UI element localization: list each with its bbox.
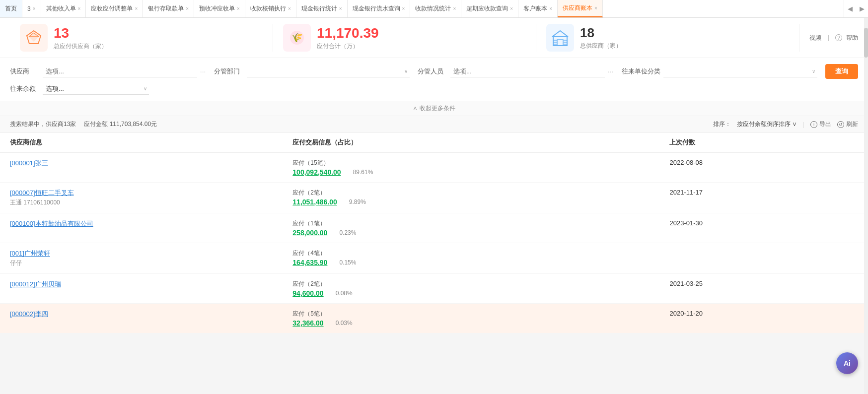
filter-balance: 往来余额 选项... ∨ <box>10 83 149 95</box>
nav-tab-bank[interactable]: 银行存取款单 × <box>143 0 194 17</box>
filter-supplier: 供应商 ··· <box>10 66 206 77</box>
filter-person-input[interactable] <box>450 66 605 77</box>
nav-tab-receipt-stat-close[interactable]: × <box>453 6 456 11</box>
nav-tab-prepay-close[interactable]: × <box>237 6 240 11</box>
row-5-amount[interactable]: 32,366.00 <box>292 319 323 327</box>
video-link[interactable]: 视频 <box>809 34 821 42</box>
stat-icon-store <box>546 24 574 52</box>
nav-tab-cash-flow-label: 现金银行流水查询 <box>353 4 400 13</box>
nav-tab-home[interactable]: 首页 <box>0 0 22 17</box>
nav-tab-3-close[interactable]: × <box>33 6 36 11</box>
nav-tab-receipt-stat[interactable]: 收款情况统计 × <box>410 0 461 17</box>
row-1-supplier: [000007]恒旺二手叉车 王通 17106110000 <box>10 189 292 207</box>
top-right-links: 视频 ｜ ? 帮助 <box>799 34 858 42</box>
nav-tab-home-label: 首页 <box>5 4 17 13</box>
filter-dept-label: 分管部门 <box>214 67 244 76</box>
row-3-trans-label: 应付（4笔） <box>292 249 669 258</box>
nav-tab-cash-flow[interactable]: 现金银行流水查询 × <box>348 0 411 17</box>
nav-tab-supplier-ledger[interactable]: 供应商账本 × <box>558 0 603 17</box>
row-3-supplier-link[interactable]: [001]广州荣轩 <box>10 249 292 258</box>
collapse-bar[interactable]: ∧ 收起更多条件 <box>0 101 868 116</box>
nav-tab-cash-stat-close[interactable]: × <box>339 6 342 11</box>
nav-tab-verify[interactable]: 收款核销执行 × <box>245 0 296 17</box>
filter-category-select[interactable] <box>663 66 818 77</box>
filter-category-label: 往来单位分类 <box>622 67 660 76</box>
summary-left: 搜索结果中，供应商13家 应付金额 111,703,854.00元 <box>10 120 157 129</box>
table-row: [000100]本特勤油品有限公司 应付（1笔） 258,000.00 0.23… <box>0 213 868 243</box>
nav-tab-customer-ledger-close[interactable]: × <box>549 6 552 11</box>
filter-category-dropdown[interactable]: ∨ <box>663 66 818 77</box>
nav-tab-adjustment-close[interactable]: × <box>135 6 138 11</box>
nav-tab-other-income-close[interactable]: × <box>78 6 81 11</box>
filter-balance-dropdown[interactable]: 选项... ∨ <box>43 83 149 95</box>
nav-tab-cash-flow-close[interactable]: × <box>402 6 405 11</box>
scrollbar-thumb[interactable] <box>864 28 868 58</box>
row-4-supplier-link[interactable]: [000012]广州贝瑞 <box>10 280 292 289</box>
sort-label: 排序： <box>713 120 731 129</box>
row-5-trans-label: 应付（5笔） <box>292 310 669 318</box>
table-row: [000001]张三 应付（15笔） 100,092,540.00 89.61%… <box>0 153 868 183</box>
stat-total-suppliers-number: 18 <box>580 25 622 41</box>
row-0-amount[interactable]: 100,092,540.00 <box>292 168 341 176</box>
link-separator: ｜ <box>825 34 831 42</box>
nav-arrow-left[interactable]: ◀ <box>844 0 856 18</box>
filter-category: 往来单位分类 ∨ <box>622 66 818 77</box>
nav-tab-3[interactable]: 3 × <box>22 0 41 17</box>
nav-tab-adjustment[interactable]: 应收应付调整单 × <box>86 0 143 17</box>
nav-tab-customer-ledger[interactable]: 客户账本 × <box>518 0 558 17</box>
sort-chevron-icon: ∨ <box>792 121 797 128</box>
table-row: [000012]广州贝瑞 应付（2笔） 94,600.00 0.08% 2021… <box>0 274 868 304</box>
filter-row-1: 供应商 ··· 分管部门 ∨ 分管人员 ··· 往来单位分类 <box>10 64 858 79</box>
header-transaction: 应付交易信息（占比） <box>292 138 669 147</box>
row-5-supplier-link[interactable]: [000002]李四 <box>10 310 292 319</box>
filter-supplier-input[interactable] <box>43 66 197 77</box>
help-icon-circle: ? <box>835 34 842 41</box>
nav-tab-cash-stat-label: 现金银行统计 <box>301 4 337 13</box>
nav-tab-prepay[interactable]: 预收冲应收单 × <box>194 0 245 17</box>
sort-value[interactable]: 按应付余额倒序排序 ∨ <box>737 120 797 129</box>
row-0-lastpay: 2022-08-08 <box>669 159 858 166</box>
row-3-amount[interactable]: 164,635.90 <box>292 259 327 266</box>
query-button[interactable]: 查询 <box>825 64 858 79</box>
refresh-button[interactable]: ↺ 刷新 <box>837 120 858 129</box>
row-3-supplier-sub: 仔仔 <box>10 259 292 267</box>
row-4-amount[interactable]: 94,600.00 <box>292 289 323 297</box>
separator-1: | <box>803 121 804 128</box>
row-1-amount[interactable]: 11,051,486.00 <box>292 198 337 206</box>
row-5-trans-row: 32,366.00 0.03% <box>292 319 669 327</box>
row-0-supplier-link[interactable]: [000001]张三 <box>10 159 292 168</box>
row-2-amount[interactable]: 258,000.00 <box>292 229 327 237</box>
row-2-supplier-link[interactable]: [000100]本特勤油品有限公司 <box>10 219 292 228</box>
svg-marker-1 <box>29 33 39 42</box>
help-link[interactable]: 帮助 <box>846 34 858 42</box>
nav-tab-cash-stat[interactable]: 现金银行统计 × <box>296 0 348 17</box>
nav-arrow-right[interactable]: ▶ <box>856 0 868 18</box>
row-1-supplier-link[interactable]: [000007]恒旺二手叉车 <box>10 189 292 197</box>
svg-text:🌾: 🌾 <box>291 32 303 43</box>
stat-payable-total-text: 11,170.39 应付合计（万） <box>317 25 379 51</box>
filter-person: 分管人员 ··· <box>418 66 614 77</box>
svg-rect-8 <box>557 40 563 46</box>
filter-dept-select[interactable] <box>247 66 410 77</box>
nav-tab-other-income[interactable]: 其他收入单 × <box>41 0 86 17</box>
stat-payable-total-label: 应付合计（万） <box>317 42 379 51</box>
export-button[interactable]: ↑ 导出 <box>810 120 831 129</box>
row-1-trans-row: 11,051,486.00 9.89% <box>292 198 669 206</box>
nav-tab-overdue[interactable]: 超期应收款查询 × <box>461 0 518 17</box>
stat-payable-suppliers-number: 13 <box>54 25 107 42</box>
table-row: [001]广州荣轩 仔仔 应付（4笔） 164,635.90 0.15% <box>0 243 868 274</box>
summary-right: 排序： 按应付余额倒序排序 ∨ | ↑ 导出 ↺ 刷新 <box>713 120 858 129</box>
row-2-lastpay: 2023-01-30 <box>669 219 858 227</box>
filter-dept-dropdown[interactable]: ∨ <box>247 66 410 77</box>
row-1-trans-label: 应付（2笔） <box>292 189 669 197</box>
nav-tab-supplier-ledger-close[interactable]: × <box>594 5 597 11</box>
nav-tab-bank-close[interactable]: × <box>186 6 189 11</box>
nav-tab-verify-label: 收款核销执行 <box>250 4 286 13</box>
scrollbar-track <box>864 18 868 333</box>
nav-tab-overdue-close[interactable]: × <box>510 6 513 11</box>
filter-balance-select[interactable]: 选项... <box>43 83 149 94</box>
stat-icon-diamond <box>20 24 48 52</box>
header-supplier: 供应商信息 <box>10 138 292 147</box>
table-header: 供应商信息 应付交易信息（占比） 上次付数 <box>0 133 868 153</box>
nav-tab-verify-close[interactable]: × <box>288 6 291 11</box>
